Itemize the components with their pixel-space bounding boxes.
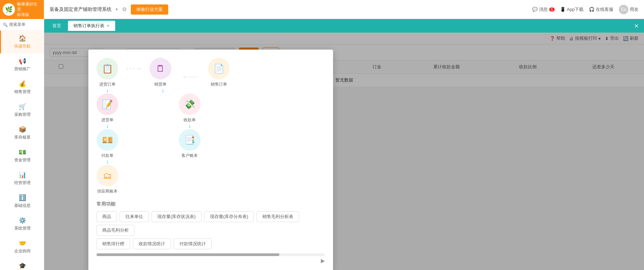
flow-node-customer-account[interactable]: 📑 客户账本 (179, 129, 201, 159)
sidebar-item-finance[interactable]: 💵 资金管理 (0, 144, 44, 167)
sidebar-item-marketing[interactable]: 📢 营销推广 (0, 53, 44, 76)
sidebar-item-system[interactable]: ⚙️ 系统管理 (0, 213, 44, 235)
tab-sales-order-label: 销售订单执行表 (73, 23, 104, 29)
btn-payment-stats[interactable]: 付款情况统计 (174, 238, 212, 249)
sidebar-item-label: 库存核算 (14, 134, 31, 140)
customer-account-icon: 📑 (184, 135, 195, 145)
page-content: ❓ 帮助 🖨 按模板打印 ▾ ⬇ 导出 🔄 刷新 (44, 33, 644, 270)
arrow-down-sb: ↓ (161, 87, 164, 93)
btn-stock-dist[interactable]: 现存量(库存分布表) (204, 211, 254, 222)
btn-product[interactable]: 商品 (97, 211, 117, 222)
payment-icon: 💴 (102, 135, 113, 145)
purchase-order-circle: 📋 (97, 58, 118, 79)
btn-partner[interactable]: 往来单位 (120, 211, 149, 222)
header-right: 💬 消息 5 📱 App下载 🎧 在线客服 Ea 用友 (532, 5, 639, 14)
sidebar-item-sales[interactable]: 💰 销售管理 (0, 76, 44, 99)
payment-circle: 💴 (97, 129, 118, 151)
system-icon: ⚙️ (19, 217, 26, 224)
tab-close-icon[interactable]: ✕ (106, 23, 110, 28)
sidebar-item-basic-info[interactable]: ℹ️ 基础信息 (0, 190, 44, 213)
scroll-right-arrow[interactable]: ▶ (321, 257, 325, 264)
flow-node-purchase-order[interactable]: 📋 进货订单 (97, 58, 118, 87)
sidebar: 🌿 畅康通好生意 标准版 🔍 搜索菜单 🏠 快捷导航 📢 营销推广 💰 销售管理… (0, 0, 44, 270)
user-name: 用友 (630, 6, 639, 13)
sales-icon: 💰 (19, 80, 26, 88)
sidebar-item-label: 经营管理 (14, 180, 31, 186)
btn-stock-status[interactable]: 现存量(库存状况表) (152, 211, 202, 222)
sales-order-icon: 📄 (213, 64, 224, 74)
sidebar-item-label: 营销推广 (14, 66, 31, 72)
app-download-item[interactable]: 📱 App下载 (560, 6, 584, 13)
marketing-icon: 📢 (19, 57, 26, 65)
purchase-bill-label: 进货单 (101, 117, 114, 123)
sidebar-item-label: 基础信息 (14, 203, 31, 209)
sidebar-item-purchase[interactable]: 🛒 采购管理 (0, 99, 44, 122)
trial-button[interactable]: 体验行业方案 (131, 4, 168, 15)
payment-label: 付款单 (101, 153, 114, 159)
inventory-icon: 📦 (19, 126, 26, 133)
home-icon: 🏠 (19, 35, 26, 42)
supplier-account-circle: 🗂 (97, 165, 118, 186)
flow-node-sales-bill[interactable]: 🗒 销货单 (150, 58, 171, 87)
sidebar-item-label: 企业协同 (14, 248, 31, 254)
purchase-bill-circle: 📝 (97, 93, 118, 115)
btn-sales-rank[interactable]: 销售排行榜 (97, 238, 130, 249)
main-area: 装备及固定资产辅助管理系统 ▾ ⚙ 体验行业方案 💬 消息 5 📱 App下载 … (44, 0, 644, 270)
user-item[interactable]: Ea 用友 (619, 5, 639, 14)
logo-icon: 🌿 (3, 3, 15, 16)
sidebar-item-label: 采购管理 (14, 112, 31, 118)
sidebar-item-collab[interactable]: 🤝 企业协同 (0, 235, 44, 258)
sidebar-item-label: 资金管理 (14, 157, 31, 163)
sidebar-item-operations[interactable]: 📊 经营管理 (0, 167, 44, 190)
h-arrow-2: ← - - - (182, 73, 197, 87)
common-buttons-row2: 销售排行榜 收款情况统计 付款情况统计 (97, 238, 325, 249)
arrow-down-1: ↓ (106, 87, 109, 93)
collab-icon: 🤝 (19, 239, 26, 247)
purchase-bill-icon: 📝 (102, 99, 113, 110)
message-badge: 5 (549, 7, 555, 12)
popup-scrollbar-thumb (97, 253, 279, 256)
receipt-circle: 💸 (179, 93, 201, 115)
flow-node-payment[interactable]: 💴 付款单 (97, 129, 118, 159)
purchase-icon: 🛒 (19, 103, 26, 110)
btn-sales-margin[interactable]: 销售毛利分析表 (257, 211, 299, 222)
sidebar-search[interactable]: 🔍 搜索菜单 (0, 19, 44, 31)
popup-scrollbar[interactable] (97, 253, 325, 256)
guide-icon: 🎓 (19, 262, 26, 270)
flow-node-receipt[interactable]: 💸 收款单 (179, 93, 201, 123)
tab-sales-order[interactable]: 销售订单执行表 ✕ (68, 21, 115, 31)
top-header: 装备及固定资产辅助管理系统 ▾ ⚙ 体验行业方案 💬 消息 5 📱 App下载 … (44, 0, 644, 19)
search-label: 搜索菜单 (9, 22, 25, 28)
supplier-account-label: 供应商账本 (97, 188, 118, 194)
message-item[interactable]: 💬 消息 5 (532, 6, 555, 13)
tab-home[interactable]: 首页 (47, 21, 67, 31)
popup-overlay[interactable]: 📋 进货订单 ↓ 📝 进货单 ↓ (44, 33, 644, 270)
sales-order-circle: 📄 (208, 58, 230, 79)
settings-icon[interactable]: ⚙ (122, 6, 127, 13)
sidebar-item-label: 快捷导航 (14, 43, 31, 49)
sidebar-nav: 🏠 快捷导航 📢 营销推广 💰 销售管理 🛒 采购管理 📦 库存核算 💵 资金管… (0, 31, 44, 270)
tab-bar-close-icon[interactable]: ✕ (631, 21, 641, 31)
common-functions: 常用功能 商品 往来单位 现存量(库存状况表) 现存量(库存分布表) 销售毛利分… (97, 201, 325, 249)
btn-product-margin[interactable]: 商品毛利分析 (97, 225, 135, 236)
info-icon: ℹ️ (19, 194, 26, 201)
system-title: 装备及固定资产辅助管理系统 (50, 6, 111, 13)
online-service-label: 在线客服 (596, 6, 613, 13)
operations-icon: 📊 (19, 171, 26, 179)
flow-node-sales-order[interactable]: 📄 销售订单 (208, 58, 230, 87)
common-buttons-row1: 商品 往来单位 现存量(库存状况表) 现存量(库存分布表) 销售毛利分析表 商品… (97, 211, 325, 236)
sales-bill-label: 销货单 (154, 82, 167, 87)
popup-panel: 📋 进货订单 ↓ 📝 进货单 ↓ (88, 50, 333, 270)
sidebar-item-guide[interactable]: 🎓 新手引导 (0, 258, 44, 270)
purchase-order-label: 进货订单 (99, 82, 116, 87)
sidebar-item-quick-nav[interactable]: 🏠 快捷导航 (0, 31, 44, 53)
flow-node-purchase-bill[interactable]: 📝 进货单 (97, 93, 118, 123)
flow-node-supplier-account[interactable]: 🗂 供应商账本 (97, 165, 118, 194)
sidebar-item-inventory[interactable]: 📦 库存核算 (0, 122, 44, 144)
dropdown-arrow-icon[interactable]: ▾ (116, 7, 118, 12)
h-arrow-1: - - - → (126, 65, 141, 78)
arrow-down-3: ↓ (106, 159, 109, 165)
online-service-item[interactable]: 🎧 在线客服 (589, 6, 613, 13)
btn-receipt-stats[interactable]: 收款情况统计 (133, 238, 171, 249)
sidebar-item-label: 系统管理 (14, 226, 31, 231)
